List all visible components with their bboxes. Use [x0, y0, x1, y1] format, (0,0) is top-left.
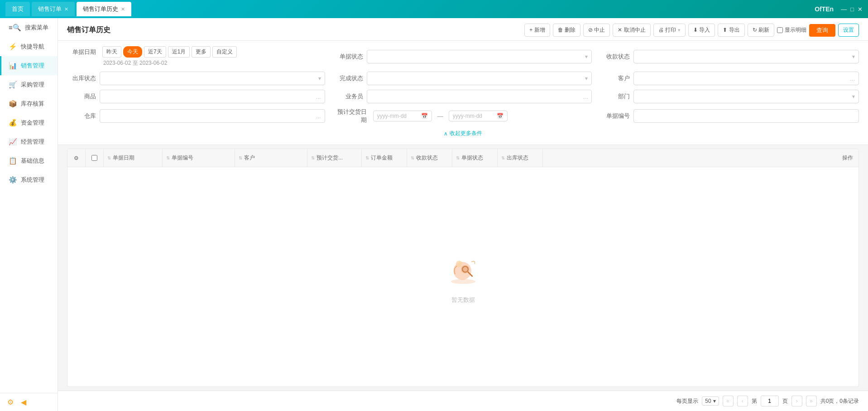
sidebar-item-operations-mgmt[interactable]: 📈 经营管理 — [0, 132, 58, 151]
receipt-status-select[interactable]: ▾ — [633, 50, 859, 63]
th-amount[interactable]: ⇅ 订单金额 — [362, 149, 407, 167]
customer-dots: ... — [850, 75, 855, 82]
tab-sales-order-history-close[interactable]: ✕ — [121, 6, 125, 12]
th-bill-status-label: 单据状态 — [461, 154, 483, 162]
sidebar-expand-icon[interactable]: ◀ — [21, 398, 26, 406]
bill-status-select[interactable]: ▾ — [367, 50, 592, 63]
th-number[interactable]: ⇅ 单据编号 — [163, 149, 235, 167]
refresh-button[interactable]: ↻ 刷新 — [748, 24, 774, 37]
export-button[interactable]: ⬆ 导出 — [718, 24, 744, 37]
sidebar-item-quick-nav[interactable]: ⚡ 快捷导航 — [0, 37, 58, 56]
sidebar-item-search-menu[interactable]: ≡🔍 搜索菜单 — [0, 18, 58, 37]
new-button[interactable]: + 新增 — [524, 24, 550, 37]
th-number-label: 单据编号 — [172, 154, 193, 162]
tab-sales-order[interactable]: 销售订单 ✕ — [32, 2, 75, 16]
date-btn-1month[interactable]: 近1月 — [168, 46, 190, 58]
salesperson-dots: ... — [583, 93, 588, 100]
print-dropdown-icon[interactable]: ▾ — [678, 27, 681, 33]
department-select[interactable]: ▾ — [633, 90, 859, 103]
tab-sales-order-close[interactable]: ✕ — [64, 6, 68, 12]
date-btn-today[interactable]: 今天 — [123, 46, 142, 58]
basic-info-icon: 📋 — [9, 157, 17, 165]
next-page-btn[interactable]: › — [791, 396, 802, 406]
purchase-mgmt-icon: 🛒 — [9, 81, 17, 89]
th-outbound[interactable]: ⇅ 出库状态 — [498, 149, 543, 167]
show-detail-checkbox[interactable]: 显示明细 — [777, 26, 806, 34]
query-button[interactable]: 查询 — [809, 24, 835, 37]
tab-sales-order-label: 销售订单 — [38, 5, 62, 13]
warehouse-input[interactable]: ... — [100, 109, 325, 123]
sidebar-item-fund-mgmt[interactable]: 💰 资金管理 — [0, 113, 58, 132]
bill-status-label: 单据状态 — [334, 53, 367, 61]
prev-page-btn[interactable]: ‹ — [737, 396, 748, 406]
th-delivery[interactable]: ⇅ 预计交货... — [307, 149, 362, 167]
sidebar-item-system-mgmt[interactable]: ⚙️ 系统管理 — [0, 170, 58, 189]
th-amount-sort-icon: ⇅ — [365, 155, 369, 160]
sidebar-item-purchase-mgmt[interactable]: 🛒 采购管理 — [0, 75, 58, 94]
date-separator: — — [437, 113, 443, 120]
calendar-from-icon[interactable]: 📅 — [421, 113, 428, 119]
minimize-btn[interactable]: — — [841, 6, 847, 13]
pagination: 每页显示 50 ▾ « ‹ 第 页 › » 共0页，0条记录 — [58, 391, 868, 411]
outbound-status-select[interactable]: ▾ — [100, 72, 325, 85]
sidebar-item-sales-mgmt[interactable]: 📊 销售管理 — [0, 56, 58, 75]
warehouse-label: 仓库 — [67, 112, 100, 120]
date-btn-yesterday[interactable]: 昨天 — [102, 46, 121, 58]
date-btn-7days[interactable]: 近7天 — [144, 46, 166, 58]
tab-home[interactable]: 首页 — [5, 2, 30, 16]
sidebar-item-system-mgmt-label: 系统管理 — [21, 176, 44, 184]
page-size-select[interactable]: 50 ▾ — [702, 396, 719, 406]
goods-input[interactable]: ... — [100, 90, 325, 103]
cancel-stop-button[interactable]: ✕ 取消中止 — [613, 24, 650, 37]
close-btn[interactable]: ✕ — [858, 6, 863, 13]
delete-button[interactable]: 🗑 删除 — [553, 24, 580, 37]
import-button[interactable]: ⬇ 导入 — [688, 24, 715, 37]
print-button[interactable]: 🖨 打印 ▾ — [653, 24, 686, 37]
collapse-more[interactable]: ∧ 收起更多条件 — [67, 128, 859, 139]
sales-mgmt-icon: 📊 — [9, 62, 17, 70]
tab-sales-order-history-label: 销售订单历史 — [83, 5, 118, 13]
th-customer[interactable]: ⇅ 客户 — [235, 149, 307, 167]
tab-sales-order-history[interactable]: 销售订单历史 ✕ — [77, 2, 131, 16]
page-size-arrow: ▾ — [713, 398, 716, 404]
delivery-date-to[interactable]: yyyy-mm-dd 📅 — [449, 111, 508, 121]
main-layout: ≡🔍 搜索菜单 ⚡ 快捷导航 📊 销售管理 🛒 采购管理 📦 库存核算 💰 资金… — [0, 18, 868, 411]
stop-button[interactable]: ⊘ 中止 — [583, 24, 610, 37]
complete-status-select[interactable]: ▾ — [367, 72, 592, 85]
first-page-btn[interactable]: « — [723, 396, 734, 406]
sidebar-item-search-menu-label: 搜索菜单 — [25, 24, 48, 32]
last-page-btn[interactable]: » — [806, 396, 817, 406]
sidebar-bottom: ⚙ ◀ — [0, 393, 58, 411]
th-bill-status[interactable]: ⇅ 单据状态 — [452, 149, 498, 167]
customer-input[interactable]: ... — [633, 72, 859, 85]
date-btn-custom[interactable]: 自定义 — [212, 46, 237, 58]
page-number-input[interactable] — [761, 396, 779, 406]
maximize-btn[interactable]: □ — [850, 6, 854, 13]
collapse-icon: ∧ — [444, 131, 448, 137]
th-ops: 操作 — [543, 149, 858, 167]
th-date[interactable]: ⇅ 单据日期 — [104, 149, 163, 167]
th-receipt-status[interactable]: ⇅ 收款状态 — [407, 149, 452, 167]
outbound-status-label: 出库状态 — [67, 74, 100, 82]
page-size-label: 每页显示 — [676, 397, 698, 405]
content: 销售订单历史 + 新增 🗑 删除 ⊘ 中止 ✕ 取消中止 🖨 打印 ▾ ⬇ 导入… — [58, 18, 868, 411]
sidebar-item-inventory-check[interactable]: 📦 库存核算 — [0, 94, 58, 113]
delivery-date-from[interactable]: yyyy-mm-dd 📅 — [373, 111, 432, 121]
select-all-checkbox[interactable] — [91, 155, 97, 161]
sidebar-settings-icon[interactable]: ⚙ — [7, 398, 14, 406]
bill-number-input[interactable] — [633, 109, 859, 123]
calendar-to-icon[interactable]: 📅 — [497, 113, 504, 119]
th-checkbox[interactable] — [86, 149, 104, 167]
salesperson-input[interactable]: ... — [367, 90, 592, 103]
sidebar-item-basic-info[interactable]: 📋 基础信息 — [0, 151, 58, 170]
settings-button[interactable]: 设置 — [838, 24, 859, 37]
show-detail-input[interactable] — [777, 27, 783, 33]
th-outbound-label: 出库状态 — [507, 154, 528, 162]
th-settings[interactable]: ⚙ — [67, 149, 86, 167]
last-page-icon: » — [810, 398, 813, 404]
toolbar: + 新增 🗑 删除 ⊘ 中止 ✕ 取消中止 🖨 打印 ▾ ⬇ 导入 ⬆ 导出 ↻… — [524, 24, 859, 37]
table-header: ⚙ ⇅ 单据日期 ⇅ 单据编号 ⇅ 客户 ⇅ — [67, 149, 858, 167]
th-delivery-label: 预计交货... — [317, 154, 343, 162]
date-btn-more[interactable]: 更多 — [192, 46, 211, 58]
page-suffix: 页 — [782, 397, 788, 405]
